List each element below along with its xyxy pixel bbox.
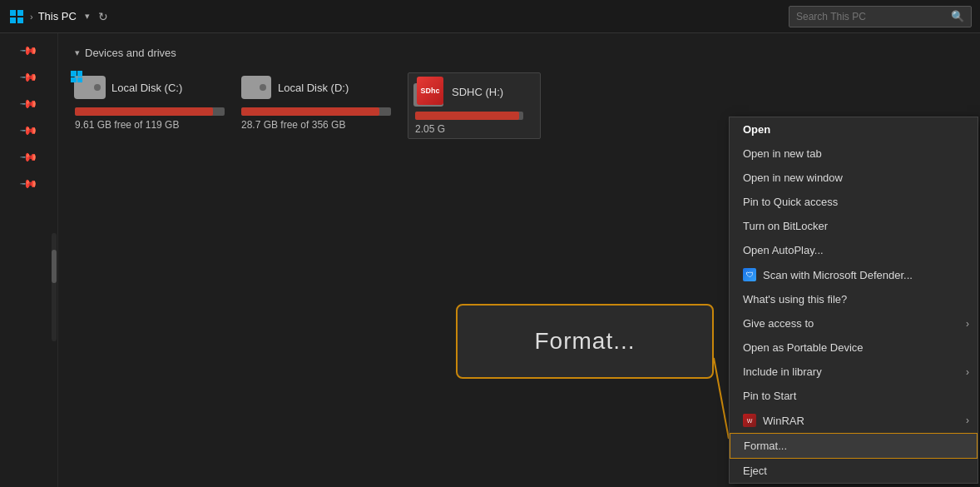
search-input[interactable] [796, 11, 946, 22]
drive-d-bar [241, 107, 391, 116]
windows-icon [8, 8, 25, 25]
winrar-icon: W [743, 414, 756, 427]
context-menu-autoplay[interactable]: Open AutoPlay... [730, 238, 978, 262]
context-menu-winrar[interactable]: W WinRAR › [730, 408, 978, 433]
context-menu-library[interactable]: Include in library › [730, 360, 978, 384]
drive-c[interactable]: Local Disk (C:) 9.61 GB free of 119 GB [75, 72, 225, 131]
section-title: Devices and drives [85, 47, 176, 59]
context-menu-giveaccess[interactable]: Give access to › [730, 311, 978, 335]
format-callout: Format... [456, 304, 714, 379]
drive-h-fill [415, 112, 519, 120]
context-menu-format[interactable]: Format... [730, 433, 978, 459]
breadcrumb-dropdown[interactable]: ▾ [85, 11, 90, 22]
defender-icon: 🛡 [743, 268, 756, 281]
search-icon: 🔍 [951, 10, 964, 22]
search-box[interactable]: 🔍 [789, 6, 972, 27]
drive-h-header: SDhc SDHC (H:) [415, 77, 503, 107]
pin-item-5[interactable]: 📌 [17, 145, 40, 168]
submenu-arrow-winrar: › [966, 415, 969, 426]
breadcrumb-separator: › [30, 12, 33, 22]
context-menu-eject[interactable]: Eject [730, 459, 978, 483]
drive-h-free: 2.05 G [415, 123, 445, 135]
drive-h[interactable]: SDhc SDHC (H:) 2.05 G [408, 72, 541, 139]
drive-c-name: Local Disk (C:) [111, 82, 182, 94]
drive-d-fill [241, 107, 379, 116]
drive-c-icon [75, 72, 105, 102]
context-menu-pin-quick[interactable]: Pin to Quick access [730, 190, 978, 214]
pin-item-2[interactable]: 📌 [17, 65, 40, 88]
title-bar: › This PC ▾ ↻ 🔍 [0, 0, 980, 33]
context-menu-whatsusing[interactable]: What's using this file? [730, 287, 978, 311]
drive-d-name: Local Disk (D:) [278, 82, 349, 94]
drive-c-free: 9.61 GB free of 119 GB [75, 119, 179, 131]
pin-item-4[interactable]: 📌 [17, 118, 40, 142]
pin-item-1[interactable]: 📌 [17, 38, 40, 62]
drive-h-icon: SDhc [415, 77, 445, 107]
section-collapse-icon[interactable]: ▾ [75, 47, 80, 58]
drive-c-bar [75, 107, 225, 116]
context-menu-bitlocker[interactable]: Turn on BitLocker [730, 214, 978, 238]
breadcrumb-label: This PC [38, 10, 77, 22]
format-callout-label: Format... [534, 328, 635, 355]
drive-c-header: Local Disk (C:) [75, 72, 182, 102]
refresh-button[interactable]: ↻ [98, 10, 108, 23]
drive-h-name: SDHC (H:) [452, 86, 503, 98]
drive-d[interactable]: Local Disk (D:) 28.7 GB free of 356 GB [241, 72, 391, 131]
context-menu-open-window[interactable]: Open in new window [730, 166, 978, 190]
scrollbar-track [52, 233, 57, 341]
section-header: ▾ Devices and drives [75, 47, 963, 59]
title-bar-left: › This PC ▾ ↻ [8, 8, 782, 25]
submenu-arrow-library: › [966, 366, 969, 378]
drive-d-header: Local Disk (D:) [241, 72, 349, 102]
context-menu-pin-start[interactable]: Pin to Start [730, 384, 978, 408]
context-menu-open-tab[interactable]: Open in new tab [730, 142, 978, 166]
sidebar: 📌 📌 📌 📌 📌 📌 [0, 33, 58, 487]
drive-d-icon [241, 72, 271, 102]
pin-item-6[interactable]: 📌 [17, 171, 40, 195]
submenu-arrow-giveaccess: › [966, 318, 969, 330]
context-menu-portable[interactable]: Open as Portable Device [730, 335, 978, 360]
drive-h-bar [415, 112, 523, 120]
context-menu: Open Open in new tab Open in new window … [729, 117, 978, 484]
drive-c-fill [75, 107, 213, 116]
drive-d-free: 28.7 GB free of 356 GB [241, 119, 345, 131]
context-menu-open[interactable]: Open [730, 117, 978, 142]
scrollbar-thumb[interactable] [52, 250, 57, 283]
context-menu-defender[interactable]: 🛡 Scan with Microsoft Defender... [730, 262, 978, 287]
pin-item-3[interactable]: 📌 [17, 92, 40, 115]
